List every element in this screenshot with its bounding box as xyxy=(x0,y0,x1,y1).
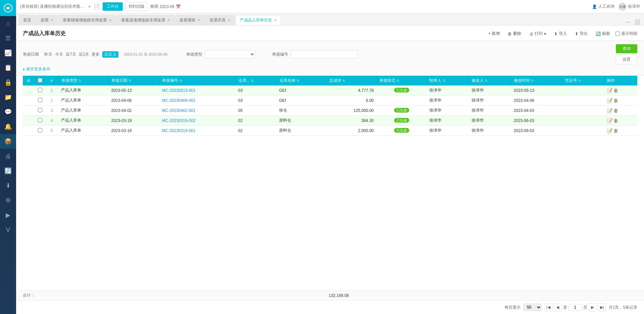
date-yesterday[interactable]: 昨天 xyxy=(44,52,52,57)
tab-home[interactable]: 首页 xyxy=(19,15,36,25)
delete-button[interactable]: 🗑 删除 xyxy=(505,29,524,38)
page-last-button[interactable]: ▶| xyxy=(598,303,606,311)
page-next-button[interactable]: ▶ xyxy=(589,303,597,311)
sidebar-item-security[interactable]: 🔒 xyxy=(0,75,16,90)
sidebar-item-menu[interactable]: ☰ xyxy=(0,31,16,46)
row-delete-button[interactable]: 🗑 xyxy=(613,88,618,93)
col-warehouse-code[interactable]: 仓库... ⇅ xyxy=(235,76,276,85)
sidebar-item-files[interactable]: 📁 xyxy=(0,90,16,105)
col-doc-date[interactable]: 单据日期 ⇅ xyxy=(108,76,159,85)
row-doc-num-cell[interactable]: MC-20230319-002 xyxy=(159,116,235,126)
sidebar-item-version[interactable]: V xyxy=(0,223,16,237)
row-checkbox[interactable] xyxy=(38,88,42,92)
sidebar-item-documents[interactable]: 📋 xyxy=(0,60,16,75)
sidebar-item-play[interactable]: ▶ xyxy=(0,208,16,223)
date-1month[interactable]: 近1月 xyxy=(79,52,89,57)
tab-sales-vat-close[interactable]: ✕ xyxy=(109,18,112,22)
sidebar-item-settings[interactable]: ⚙ xyxy=(0,193,16,208)
select-all-checkbox[interactable] xyxy=(38,78,42,82)
row-checkbox[interactable] xyxy=(38,108,42,112)
col-settings[interactable]: ⚙ xyxy=(23,76,35,85)
row-edit-button[interactable]: 📝 xyxy=(607,108,612,113)
export-button[interactable]: ⬆ 导出 xyxy=(572,29,590,38)
calendar-icon[interactable]: 📅 xyxy=(176,4,181,9)
sidebar-item-sync[interactable]: 🔄 xyxy=(0,164,16,178)
tab-purchase-vat-close[interactable]: ✕ xyxy=(167,18,170,22)
date-today[interactable]: 今天 xyxy=(55,52,63,57)
sidebar-item-messages[interactable]: 💬 xyxy=(0,105,16,119)
row-doc-num-cell[interactable]: MC-20230406-001 xyxy=(159,96,235,106)
tab-product-history-close[interactable]: ✕ xyxy=(274,18,277,22)
col-total-cost[interactable]: 总成本 ⇅ xyxy=(326,76,376,85)
doc-icon: 📄 xyxy=(93,3,100,10)
date-custom[interactable]: 自定义 xyxy=(102,51,118,58)
per-page-select[interactable]: 50 100 200 xyxy=(523,304,542,311)
row-edit-button[interactable]: 📝 xyxy=(607,88,612,93)
tab-invoice[interactable]: 发票 ✕ xyxy=(36,15,58,25)
sidebar-item-notifications[interactable]: 🔔 xyxy=(0,119,16,134)
col-modify-time[interactable]: 修改时间 ⇅ xyxy=(511,76,562,85)
col-doc-status[interactable]: 单据状态 ⇅ xyxy=(376,76,426,85)
doc-num-link[interactable]: MC-20230402-001 xyxy=(162,108,196,113)
date-7days[interactable]: 近7天 xyxy=(66,52,76,57)
doc-num-link[interactable]: MC-20230319-002 xyxy=(162,118,196,123)
col-creator[interactable]: 制单人 ⇅ xyxy=(427,76,469,85)
col-doc-type[interactable]: 单据类型 ⇅ xyxy=(58,76,108,85)
date-more[interactable]: 更多 xyxy=(92,52,100,57)
row-doc-num-cell[interactable]: MC-20230319-001 xyxy=(159,126,235,136)
tab-product-history[interactable]: 产成品入库单历史 ✕ xyxy=(235,15,281,25)
doc-num-input[interactable] xyxy=(291,50,358,58)
doc-num-link[interactable]: MC-20230406-001 xyxy=(162,98,196,103)
workbench-button[interactable]: 工作台 xyxy=(103,2,123,11)
import-button[interactable]: ⬇ 导入 xyxy=(551,29,570,38)
page-prev-button[interactable]: ◀ xyxy=(554,303,562,311)
footer-bar: 合计： 132,168.08 xyxy=(16,290,644,300)
sidebar-item-analytics[interactable]: 📈 xyxy=(0,46,16,60)
sidebar-item-print[interactable]: 🖨 xyxy=(0,149,16,164)
col-warehouse-name[interactable]: 仓库名称 ⇅ xyxy=(276,76,326,85)
tab-open-close[interactable]: ✕ xyxy=(228,18,230,22)
row-edit-button[interactable]: 📝 xyxy=(607,118,612,123)
expand-conditions-button[interactable]: ▾ 展开更多条件 xyxy=(23,66,637,72)
row-checkbox[interactable] xyxy=(38,98,42,102)
row-checkbox[interactable] xyxy=(38,118,42,122)
support-link[interactable]: 👤 人工咨询 xyxy=(592,4,614,9)
period-label: 账期 xyxy=(150,4,158,9)
filter-settings-button[interactable]: 设置 xyxy=(616,55,637,64)
col-voucher-num[interactable]: 凭证号 ⇅ xyxy=(562,76,604,85)
doc-num-link[interactable]: MC-20230513-001 xyxy=(162,88,196,93)
page-first-button[interactable]: |◀ xyxy=(544,303,552,311)
row-delete-button[interactable]: 🗑 xyxy=(613,128,618,133)
print-button[interactable]: 🖨 打印 ▾ xyxy=(527,29,549,38)
tab-minimize-button[interactable]: — xyxy=(624,18,632,25)
row-delete-button[interactable]: 🗑 xyxy=(613,108,618,113)
tab-sales-vat[interactable]: 查看销项增值税专用发票 ✕ xyxy=(58,15,116,25)
query-button[interactable]: 查询 xyxy=(616,44,637,53)
switch-version-button[interactable]: 切到旧版 xyxy=(125,2,148,11)
col-modifier[interactable]: 修改人 ⇅ xyxy=(469,76,511,85)
doc-num-link[interactable]: MC-20230319-001 xyxy=(162,128,196,133)
row-doc-num-cell[interactable]: MC-20230513-001 xyxy=(159,85,235,96)
sidebar-item-inventory[interactable]: 📦 xyxy=(0,134,16,149)
row-checkbox[interactable] xyxy=(38,128,42,132)
sidebar-item-download[interactable]: ⬇ xyxy=(0,178,16,193)
tab-calc-close[interactable]: ✕ xyxy=(198,18,200,22)
row-doc-num-cell[interactable]: MC-20230402-001 xyxy=(159,106,235,116)
row-edit-button[interactable]: 📝 xyxy=(607,98,612,103)
display-detail-checkbox[interactable] xyxy=(615,32,620,36)
doc-type-select[interactable] xyxy=(205,50,255,59)
page-input[interactable] xyxy=(569,304,582,311)
tab-open[interactable]: 发票开具 ✕ xyxy=(205,15,235,25)
tab-maximize-button[interactable]: ⬜ xyxy=(633,18,641,25)
row-delete-button[interactable]: 🗑 xyxy=(613,98,618,103)
tab-calc[interactable]: 发票测算 ✕ xyxy=(175,15,205,25)
tab-purchase-vat[interactable]: 查看进项增值税专用发票 ✕ xyxy=(117,15,174,25)
dropdown-icon[interactable]: ▾ xyxy=(89,4,91,9)
tab-invoice-close[interactable]: ✕ xyxy=(51,18,53,22)
col-doc-num[interactable]: 单据编号 ⇅ xyxy=(159,76,235,85)
row-delete-button[interactable]: 🗑 xyxy=(613,118,618,123)
refresh-button[interactable]: 🔄 刷新 xyxy=(593,29,613,38)
new-button[interactable]: + 新增 xyxy=(486,29,502,38)
sidebar-item-home[interactable]: ⌂ xyxy=(0,16,16,31)
row-edit-button[interactable]: 📝 xyxy=(607,128,612,133)
